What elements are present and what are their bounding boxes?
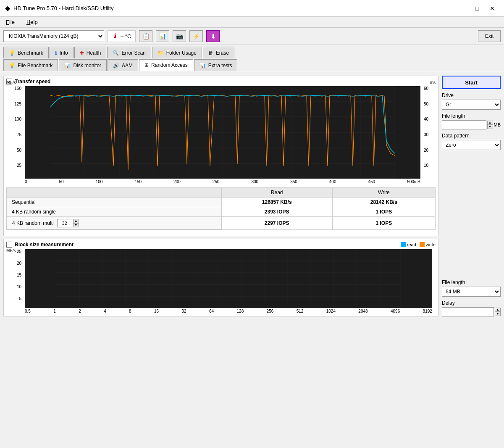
- download-icon-btn[interactable]: ⬇: [206, 30, 220, 42]
- main-content: Transfer speed MB/s ms 150 125 100 75 50…: [0, 72, 504, 320]
- x-300: 300: [251, 179, 258, 184]
- camera-icon-btn[interactable]: 📷: [173, 30, 186, 42]
- legend-write-label: write: [426, 242, 436, 247]
- x-axis: 0 50 100 150 200 250 300 350 400 450 500…: [25, 179, 420, 184]
- file-length-up[interactable]: ▲: [487, 121, 493, 125]
- delay-input[interactable]: 0: [442, 307, 494, 316]
- minimize-button[interactable]: —: [455, 3, 469, 13]
- bottom-file-length-label: File length: [442, 279, 501, 285]
- x-100: 100: [96, 179, 103, 184]
- tab-erase[interactable]: 🗑 Erase: [203, 47, 234, 58]
- right-spacer: [442, 153, 501, 276]
- tab-info[interactable]: ℹ Info: [50, 47, 74, 58]
- tab-random-access[interactable]: ⊞ Random Access: [139, 59, 193, 71]
- block-chart-outer: MB/s 25 20 15 10 5: [6, 249, 436, 314]
- y-left-150: 150: [14, 86, 21, 91]
- tab-error-scan[interactable]: 🔍 Error Scan: [107, 47, 151, 58]
- block-size-section: Block size measurement read write MB/s: [3, 239, 438, 316]
- tab-extra-tests[interactable]: 📊 Extra tests: [194, 59, 238, 71]
- block-size-checkbox[interactable]: [6, 242, 12, 248]
- close-button[interactable]: ✕: [486, 3, 499, 13]
- drive-control: Drive G:: [442, 92, 501, 110]
- bx-16: 16: [154, 309, 159, 314]
- y-left-100: 100: [14, 117, 21, 121]
- spinner-up[interactable]: ▲: [73, 219, 79, 223]
- file-length-spinner: 500 ▲ ▼ MB: [442, 120, 501, 129]
- y-right-50: 50: [424, 102, 428, 106]
- maximize-button[interactable]: □: [470, 3, 484, 13]
- toolbar: KIOXIA TransMemory (124 gB) 🌡 – °C 📋 📊 📷…: [0, 28, 504, 45]
- data-pattern-control: Data pattern Zero: [442, 133, 501, 150]
- y-right-10: 10: [424, 163, 428, 168]
- right-panel: Start Drive G: File length 500 ▲ ▼: [442, 76, 501, 316]
- bx-1: 1: [53, 309, 56, 314]
- file-length-input[interactable]: 500: [442, 120, 486, 129]
- x-400: 400: [329, 179, 336, 184]
- delay-down[interactable]: ▼: [495, 312, 501, 316]
- drive-dropdown[interactable]: G:: [442, 100, 501, 110]
- bx-2: 2: [79, 309, 81, 314]
- block-size-chart: [25, 249, 432, 308]
- bx-128: 128: [237, 309, 244, 314]
- top-right-controls: Start Drive G: File length 500 ▲ ▼: [442, 76, 501, 150]
- y-right-unit: ms: [430, 80, 436, 85]
- tab-benchmark[interactable]: 💡 Benchmark: [3, 47, 49, 58]
- bottom-right-controls: File length 64 MB Delay 0 ▲ ▼: [442, 279, 501, 316]
- spinner-down[interactable]: ▼: [73, 223, 79, 227]
- start-button[interactable]: Start: [442, 76, 501, 89]
- results-table: Read Write Sequential 126857 KB/s 28142 …: [6, 187, 436, 230]
- y-right-60: 60: [424, 86, 428, 91]
- chart-legend: read write: [401, 242, 436, 247]
- y-axis-left: 150 125 100 75 50 25: [6, 86, 23, 179]
- tab-aam[interactable]: 🔊 AAM: [108, 59, 138, 71]
- sequential-read: 126857 KB/s: [221, 198, 332, 207]
- file-length-spinner-btns: ▲ ▼: [487, 121, 493, 129]
- transfer-speed-section: Transfer speed MB/s ms 150 125 100 75 50…: [3, 76, 438, 236]
- delay-spinner: 0 ▲ ▼: [442, 307, 501, 316]
- legend-write: write: [420, 242, 436, 247]
- bottom-file-length-dropdown[interactable]: 64 MB: [442, 287, 501, 297]
- multi-queue-depth-spinner[interactable]: ▲ ▼: [57, 219, 79, 227]
- drive-select[interactable]: KIOXIA TransMemory (124 gB): [3, 30, 104, 42]
- by-20: 20: [17, 261, 21, 266]
- compare-icon-btn[interactable]: 📊: [156, 30, 169, 42]
- menu-help[interactable]: Help: [24, 18, 40, 26]
- block-size-title: Block size measurement: [15, 242, 74, 248]
- temp-value: – °C: [121, 33, 131, 40]
- bx-4096: 4096: [391, 309, 400, 314]
- sequential-write: 28142 KB/s: [332, 198, 435, 207]
- col-read: Read: [221, 188, 332, 198]
- benchmark-icon: 💡: [9, 50, 15, 56]
- tab-disk-monitor[interactable]: 📊 Disk monitor: [59, 59, 107, 71]
- menu-bar: File Help: [0, 17, 504, 28]
- 4kb-multi-read: 2297 IOPS: [221, 217, 332, 230]
- x-0: 0: [25, 179, 27, 184]
- tab-file-benchmark[interactable]: 💡 File Benchmark: [3, 59, 58, 71]
- tab-health[interactable]: ✚ Health: [74, 47, 107, 58]
- by-15: 15: [17, 273, 21, 277]
- power-icon-btn[interactable]: ⚡: [189, 30, 203, 42]
- sequential-label: Sequential: [7, 198, 222, 207]
- 4kb-single-write: 1 IOPS: [332, 207, 435, 217]
- tab-folder-usage[interactable]: 📁 Folder Usage: [152, 47, 202, 58]
- queue-depth-input[interactable]: [57, 219, 72, 227]
- delay-up[interactable]: ▲: [495, 308, 501, 312]
- 4kb-single-read: 2393 IOPS: [221, 207, 332, 217]
- bx-8: 8: [129, 309, 131, 314]
- data-pattern-dropdown[interactable]: Zero: [442, 140, 501, 150]
- file-length-unit: MB: [494, 122, 501, 127]
- exit-button[interactable]: Exit: [478, 30, 501, 42]
- aam-icon: 🔊: [113, 63, 119, 69]
- disk-monitor-icon: 📊: [64, 63, 71, 69]
- transfer-speed-chart: [25, 86, 420, 179]
- legend-read-label: read: [407, 242, 416, 247]
- file-length-down[interactable]: ▼: [487, 125, 493, 129]
- copy-icon-btn[interactable]: 📋: [139, 30, 152, 42]
- menu-file[interactable]: File: [3, 18, 17, 26]
- x-150: 150: [134, 179, 142, 184]
- bx-8192: 8192: [423, 309, 432, 314]
- extra-tests-icon: 📊: [200, 63, 206, 69]
- tabs-row2: 💡 File Benchmark 📊 Disk monitor 🔊 AAM ⊞ …: [3, 59, 501, 71]
- y-axis-right: 60 50 40 30 20 10: [422, 86, 436, 179]
- transfer-speed-title: Transfer speed: [15, 79, 50, 84]
